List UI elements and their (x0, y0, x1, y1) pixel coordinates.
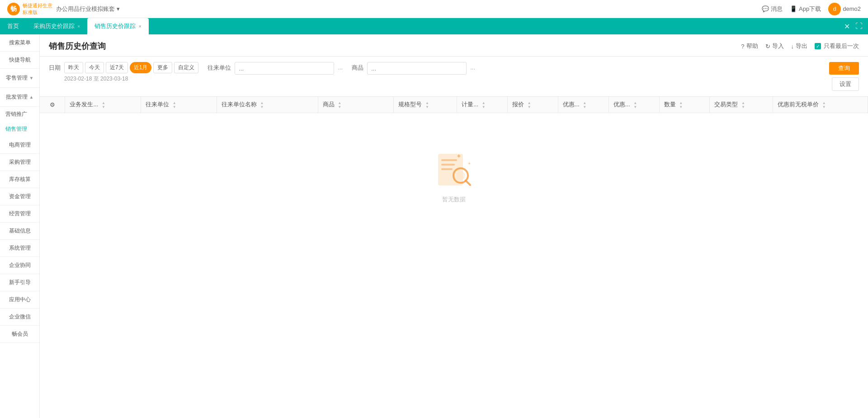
sidebar-item-app-center[interactable]: 应用中心 (0, 291, 39, 309)
svg-rect-2 (441, 164, 455, 166)
sidebar-item-ecommerce-mgmt[interactable]: 电商管理 (0, 137, 39, 154)
user-avatar[interactable]: d demo2 (828, 3, 861, 15)
partner-input[interactable] (235, 62, 334, 75)
sort-icon-partner-code: ▲▼ (173, 101, 176, 109)
sidebar-item-enterprise-coop[interactable]: 企业协同 (0, 257, 39, 274)
only-last-checkbox[interactable]: ✓ 只看最后一次 (815, 42, 859, 50)
sort-icon-partner-name: ▲▼ (260, 101, 264, 109)
table-container: ⚙ 业务发生... ▲▼ 往来单位 ▲▼ 往来单位名称 (40, 97, 868, 418)
setting-button[interactable]: 设置 (832, 77, 859, 91)
date-btn-custom[interactable]: 自定义 (174, 62, 198, 73)
sidebar-quick-nav-label: 快捷导航 (9, 56, 31, 64)
data-table: ⚙ 业务发生... ▲▼ 往来单位 ▲▼ 往来单位名称 (40, 97, 868, 240)
sidebar-item-member[interactable]: 畅会员 (0, 326, 39, 343)
sort-icon-trade-type: ▲▼ (741, 101, 745, 109)
date-btn-more[interactable]: 更多 (153, 62, 172, 73)
page-header-actions: ? 帮助 ↻ 导入 ↓ 导出 ✓ 只看最后一次 (741, 42, 859, 50)
workspace-dropdown-icon: ▾ (117, 5, 120, 12)
sort-icon-discount2: ▲▼ (633, 101, 637, 109)
tab-sales-history-label: 销售历史价跟踪 (94, 22, 136, 30)
sidebar-item-basic-info[interactable]: 基础信息 (0, 223, 39, 240)
sidebar-item-inventory[interactable]: 库存核算 (0, 171, 39, 188)
sidebar-item-search-menu[interactable]: 搜索菜单 (0, 34, 39, 52)
sidebar-item-operations[interactable]: 经营管理 (0, 205, 39, 223)
sidebar-new-guide-label: 新手引导 (9, 279, 31, 286)
empty-text: 暂无数据 (442, 195, 466, 204)
tab-purchase-history-close[interactable]: × (77, 24, 80, 29)
help-icon: ? (741, 43, 744, 50)
sidebar-item-finance[interactable]: 资金管理 (0, 188, 39, 205)
sidebar-item-new-guide[interactable]: 新手引导 (0, 274, 39, 291)
top-header: 畅 畅捷通好生意 标准版 办公用品行业模拟账套 ▾ 💬 消息 📱 App下载 d… (0, 0, 868, 18)
th-quantity[interactable]: 数量 ▲▼ (659, 97, 710, 113)
checkbox-icon: ✓ (815, 43, 821, 49)
th-quoted-price[interactable]: 报价 ▲▼ (508, 97, 558, 113)
sidebar-item-marketing[interactable]: 营销推广 (0, 107, 39, 122)
window-close-icon[interactable]: ✕ (844, 22, 850, 31)
sidebar-ecommerce-mgmt-label: 电商管理 (9, 141, 31, 149)
message-button[interactable]: 💬 消息 (762, 5, 783, 13)
product-input[interactable] (367, 62, 467, 75)
date-btn-1month[interactable]: 近1月 (130, 62, 152, 73)
header-right: 💬 消息 📱 App下载 d demo2 (762, 3, 861, 15)
th-spec[interactable]: 规格型号 ▲▼ (394, 97, 457, 113)
th-business-date[interactable]: 业务发生... ▲▼ (65, 97, 141, 113)
gear-icon[interactable]: ⚙ (50, 101, 55, 108)
help-button[interactable]: ? 帮助 (741, 42, 758, 50)
date-btn-yesterday[interactable]: 昨天 (64, 62, 83, 73)
import-button[interactable]: ↻ 导入 (765, 42, 784, 50)
tab-sales-history[interactable]: 销售历史价跟踪 × (87, 18, 148, 34)
empty-state: ✦ ✦ 暂无数据 (40, 113, 868, 240)
svg-text:✦: ✦ (456, 152, 462, 160)
sidebar-item-sales-mgmt[interactable]: 销售管理 (0, 122, 39, 137)
date-btn-7days[interactable]: 近7天 (106, 62, 128, 73)
tab-purchase-history[interactable]: 采购历史价跟踪 × (26, 18, 87, 34)
product-search-icon[interactable]: ··· (470, 65, 475, 72)
sort-icon-discount1: ▲▼ (583, 101, 586, 109)
workspace-selector[interactable]: 办公用品行业模拟账套 ▾ (56, 5, 120, 13)
sidebar-item-quick-nav[interactable]: 快捷导航 (0, 52, 39, 69)
window-maximize-icon[interactable]: ⛶ (855, 22, 863, 30)
sidebar-app-center-label: 应用中心 (9, 296, 31, 304)
partner-filter-group: 往来单位 ··· (208, 62, 343, 75)
sidebar-item-retail-mgmt[interactable]: 零售管理 ▼ (0, 69, 39, 88)
app-icon: 📱 (790, 5, 797, 12)
th-discount2[interactable]: 优惠... ▲▼ (609, 97, 659, 113)
sidebar-basic-info-label: 基础信息 (9, 227, 31, 235)
partner-search-icon[interactable]: ··· (338, 65, 343, 72)
tab-bar: 首页 采购历史价跟踪 × 销售历史价跟踪 × ✕ ⛶ (0, 18, 868, 34)
th-product[interactable]: 商品 ▲▼ (318, 97, 394, 113)
query-button[interactable]: 查询 (829, 62, 859, 75)
sidebar: 搜索菜单 快捷导航 零售管理 ▼ 批发管理 ▲ 营销推广 销售管理 电商管理 采… (0, 34, 40, 418)
th-unit[interactable]: 计量... ▲▼ (457, 97, 508, 113)
sidebar-item-wholesale-mgmt[interactable]: 批发管理 ▲ (0, 88, 39, 107)
date-btn-today[interactable]: 今天 (85, 62, 104, 73)
svg-text:✦: ✦ (467, 161, 471, 166)
sidebar-item-enterprise-wechat[interactable]: 企业微信 (0, 309, 39, 326)
sidebar-search-menu-label: 搜索菜单 (9, 39, 31, 47)
th-trade-type[interactable]: 交易类型 ▲▼ (710, 97, 773, 113)
tab-home[interactable]: 首页 (0, 18, 26, 34)
th-gear: ⚙ (40, 97, 65, 113)
tab-sales-history-close[interactable]: × (138, 24, 141, 29)
main-layout: 搜索菜单 快捷导航 零售管理 ▼ 批发管理 ▲ 营销推广 销售管理 电商管理 采… (0, 34, 868, 418)
th-pretax-price[interactable]: 优惠前无税单价 ▲▼ (773, 97, 868, 113)
app-download-button[interactable]: 📱 App下载 (790, 5, 821, 13)
th-discount1[interactable]: 优惠... ▲▼ (558, 97, 609, 113)
sidebar-system-mgmt-label: 系统管理 (9, 244, 31, 252)
tab-home-label: 首页 (7, 22, 19, 30)
product-filter-group: 商品 ··· (352, 62, 475, 75)
header-left: 畅 畅捷通好生意 标准版 办公用品行业模拟账套 ▾ (7, 2, 120, 15)
th-partner-name[interactable]: 往来单位名称 ▲▼ (217, 97, 318, 113)
sidebar-purchase-mgmt-label: 采购管理 (9, 158, 31, 166)
sidebar-item-system-mgmt[interactable]: 系统管理 (0, 240, 39, 257)
svg-line-6 (466, 180, 470, 185)
sort-icon-spec: ▲▼ (425, 101, 429, 109)
date-filter-buttons: 昨天 今天 近7天 近1月 更多 自定义 (64, 62, 198, 73)
th-partner-code[interactable]: 往来单位 ▲▼ (141, 97, 217, 113)
sort-icon-business-date: ▲▼ (102, 101, 105, 109)
sort-icon-product: ▲▼ (338, 101, 341, 109)
partner-input-group: ··· (235, 62, 343, 75)
sidebar-item-purchase-mgmt[interactable]: 采购管理 (0, 154, 39, 171)
export-button[interactable]: ↓ 导出 (791, 42, 808, 50)
